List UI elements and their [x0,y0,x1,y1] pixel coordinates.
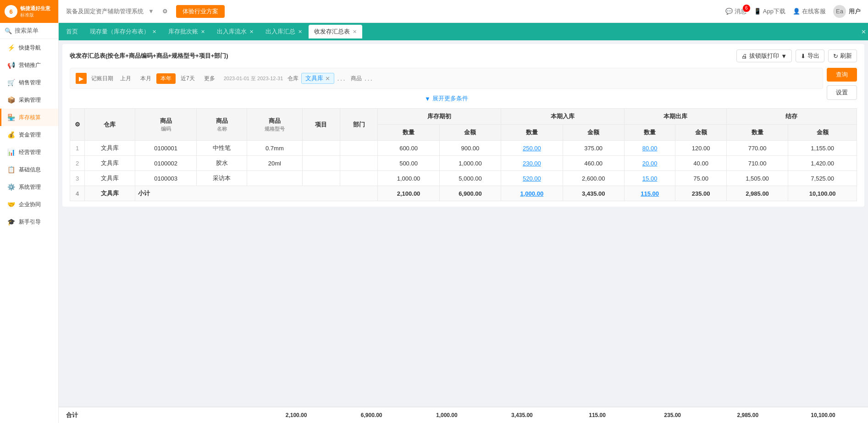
sidebar-item-inventory[interactable]: 🏪 库存核算 [0,109,58,126]
gear-button[interactable]: ⚙ [159,5,171,18]
system-title: 装备及固定资产辅助管理系统 [66,7,144,16]
logo-text: 畅捷通好生意 标准版 [20,5,50,18]
sidebar-item-marketing[interactable]: 📢 营销推广 [0,56,58,74]
date-btn-more[interactable]: 更多 [200,73,219,84]
chevron-down-icon: ▼ [781,53,787,60]
sidebar-item-basic-info[interactable]: 📋 基础信息 [0,161,58,178]
tab-close-icon[interactable]: ✕ [249,29,254,35]
message-button[interactable]: 💬 消息 6 [725,7,746,16]
row-in-qty[interactable]: 520.00 [501,171,563,186]
tab-batch[interactable]: 库存批次账 ✕ [163,25,210,38]
subtotal-balance-qty: 2,985.00 [726,186,788,201]
subtotal-in-amt: 3,435.00 [563,186,624,201]
date-btn-last-month[interactable]: 上月 [116,73,135,84]
row-department [340,171,377,186]
experience-button[interactable]: 体验行业方案 [176,5,225,18]
warehouse-filter-group: 仓库 文具库 ✕ ... [287,73,346,84]
topbar-left: 装备及固定资产辅助管理系统 ▼ ⚙ 体验行业方案 [66,5,225,18]
query-button[interactable]: 查询 [827,68,857,82]
date-btn-this-month[interactable]: 本月 [136,73,155,84]
sidebar-item-finance[interactable]: 💰 资金管理 [0,126,58,143]
row-balance-amt: 1,420.00 [788,156,857,171]
tab-inout-summary[interactable]: 出入库汇总 ✕ [260,25,308,38]
row-in-amt: 460.00 [563,156,624,171]
export-button[interactable]: ⬇ 导出 [796,49,824,62]
tab-close-icon[interactable]: ✕ [353,29,357,35]
row-warehouse: 文具库 [85,171,135,186]
footer-numbers: 2,100.00 6,900.00 1,000.00 3,435.00 115.… [259,412,861,418]
subtotal-opening-amt: 6,900.00 [439,186,501,201]
app-download-button[interactable]: 📱 App下载 [754,7,785,16]
refresh-button[interactable]: ↻ 刷新 [828,49,857,62]
tab-inventory-dist-label: 现存量（库存分布表） [90,27,149,36]
goods-more-button[interactable]: ... [365,74,373,82]
department-col-header: 部门 [340,109,377,141]
online-service-button[interactable]: 👤 在线客服 [793,7,826,16]
basic-info-icon: 📋 [7,165,15,174]
subtotal-out-qty[interactable]: 115.00 [624,186,675,201]
tab-inout-flow[interactable]: 出入库流水 ✕ [211,25,259,38]
date-btn-this-year[interactable]: 本年 [156,73,176,84]
print-button[interactable]: 🖨 拔锁版打印 ▼ [736,49,792,62]
goods-name-col-header: 商品名称 [197,109,247,141]
row-in-qty[interactable]: 230.00 [501,156,563,171]
row-project [302,156,340,171]
refresh-icon: ↻ [833,53,838,60]
subtotal-in-qty[interactable]: 1,000.00 [501,186,563,201]
sidebar-item-system[interactable]: ⚙️ 系统管理 [0,178,58,196]
row-out-qty[interactable]: 80.00 [624,141,675,156]
sidebar-logo: 6 畅捷通好生意 标准版 [0,0,58,23]
out-stock-col-header: 本期出库 [624,109,726,125]
total-opening-qty: 2,100.00 [259,412,334,418]
table-row: 2 文具库 0100002 胶水 20ml 500.00 1,000.00 23… [70,156,857,171]
sidebar-item-label: 资金管理 [19,131,41,139]
row-goods-spec: 0.7mm [247,141,302,156]
tab-close-icon[interactable]: ✕ [298,29,302,35]
row-opening-amt: 5,000.00 [439,171,501,186]
row-in-amt: 375.00 [563,141,624,156]
sidebar-item-guide[interactable]: 🎓 新手引导 [0,213,58,231]
row-opening-qty: 600.00 [378,141,439,156]
guide-icon: 🎓 [7,218,15,226]
service-icon: 👤 [793,8,800,15]
project-col-header: 项目 [302,109,340,141]
expand-label: 展开更多条件 [432,94,468,103]
sidebar-item-quick-nav[interactable]: ⚡ 快捷导航 [0,39,58,56]
row-out-qty[interactable]: 15.00 [624,171,675,186]
sidebar-item-purchase[interactable]: 📦 采购管理 [0,91,58,109]
warehouse-tag-close[interactable]: ✕ [325,75,330,82]
row-department [340,156,377,171]
row-department [340,141,377,156]
tab-home[interactable]: 首页 [61,25,83,38]
row-out-qty[interactable]: 20.00 [624,156,675,171]
settings-button[interactable]: 设置 [827,85,857,100]
row-in-qty[interactable]: 250.00 [501,141,563,156]
marketing-icon: 📢 [7,61,15,69]
tab-recv-send-summary[interactable]: 收发存汇总表 ✕ [309,25,362,38]
out-qty-col-header: 数量 [624,125,675,141]
row-warehouse: 文具库 [85,156,135,171]
expand-more-conditions[interactable]: ▼ 展开更多条件 [70,93,823,104]
sidebar-item-collaboration[interactable]: 🤝 企业协同 [0,196,58,213]
tab-close-icon[interactable]: ✕ [152,29,156,35]
row-balance-qty: 770.00 [726,141,788,156]
tab-close-icon[interactable]: ✕ [201,29,205,35]
tab-inventory-dist[interactable]: 现存量（库存分布表） ✕ [84,25,162,38]
date-btn-7days[interactable]: 近7天 [177,73,199,84]
user-info[interactable]: Ea 用户 [833,5,861,18]
row-warehouse: 文具库 [85,141,135,156]
finance-icon: 💰 [7,131,15,139]
filter-main: ▶ 记账日期 上月 本月 本年 近7天 更多 2023-01-01 至 2023… [70,68,823,104]
sidebar-search-item[interactable]: 🔍 搜索菜单 [0,23,58,39]
warehouse-label: 仓库 [287,75,299,82]
data-table: ⚙ 仓库 商品编码 商品名称 商品规格型号 项目 部门 库存期初 本期入库 本期… [70,108,857,201]
row-goods-spec: 20ml [247,156,302,171]
download-icon: 📱 [754,8,761,15]
sidebar-item-operations[interactable]: 📊 经营管理 [0,143,58,161]
dropdown-arrow-icon: ▼ [148,8,154,15]
sidebar-item-sales[interactable]: 🛒 销售管理 [0,74,58,91]
filter-expand-button[interactable]: ▶ [76,73,87,84]
warehouse-more-button[interactable]: ... [337,74,346,82]
row-opening-amt: 900.00 [439,141,501,156]
close-all-tabs-button[interactable]: ✕ [857,28,866,35]
